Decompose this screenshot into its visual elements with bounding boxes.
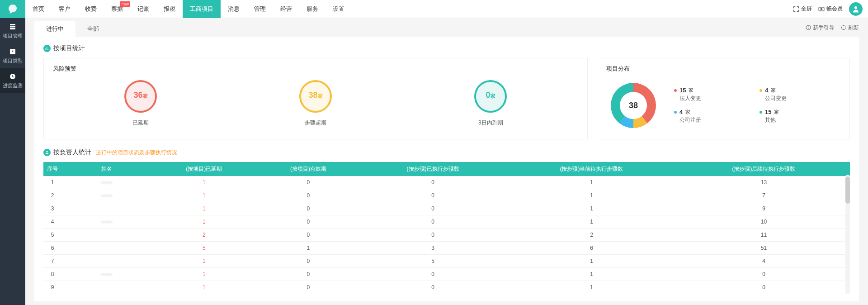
svg-rect-8: [46, 48, 46, 50]
refresh-button[interactable]: 刷新: [841, 24, 859, 32]
legend-label: 公司注册: [674, 116, 755, 124]
member-label: 畅会员: [826, 5, 843, 13]
play-icon: [818, 6, 825, 12]
section-person-title-text: 按负责人统计: [53, 148, 91, 157]
nav-item-0[interactable]: 首页: [25, 0, 52, 18]
nav-item-9[interactable]: 经营: [273, 0, 299, 18]
cell-done: 0: [360, 202, 505, 215]
svg-point-1: [854, 6, 857, 9]
legend-count: 15: [765, 109, 771, 115]
main-content: 进行中全部 新手引导 刷新 按项目统计: [25, 18, 868, 305]
refresh-icon: [841, 25, 846, 30]
sidebar-item-0[interactable]: 项目管理: [0, 18, 25, 43]
legend-item-3[interactable]: 15家其他: [760, 109, 840, 124]
cell-future: 9: [678, 202, 850, 215]
col-header: (按步骤)后续待执行步骤数: [678, 162, 850, 176]
cell-current: 1: [505, 176, 678, 189]
table-row[interactable]: 710514: [43, 255, 850, 268]
sidebar-label: 项目类型: [0, 57, 25, 64]
cell-valid: 0: [256, 268, 361, 281]
legend-dot: [760, 89, 762, 92]
nav-item-2[interactable]: 收费: [78, 0, 104, 18]
guide-icon: [806, 25, 811, 30]
col-header: (按项目)有效期: [256, 162, 361, 176]
member-button[interactable]: 畅会员: [818, 5, 843, 13]
cell-idx: 9: [43, 281, 61, 294]
cell-future: 4: [678, 255, 850, 268]
ring-icon: 36家: [123, 78, 159, 114]
nav-item-4[interactable]: 记账: [130, 0, 156, 18]
cell-valid: 0: [256, 215, 361, 229]
cell-current: 2: [505, 229, 678, 242]
fullscreen-button[interactable]: 全屏: [793, 5, 812, 13]
top-nav: 首页客户收费票据new记账报税工商项目消息管理经营服务设置: [25, 0, 352, 18]
sidebar-icon-2: [9, 72, 17, 81]
tab-0[interactable]: 进行中: [34, 21, 75, 37]
table-row[interactable]: 2——10017: [43, 189, 850, 202]
table-row[interactable]: 8——10010: [43, 268, 850, 281]
table-row[interactable]: 310019: [43, 202, 850, 215]
risk-label: 步骤超期: [297, 119, 334, 127]
risk-circle-2[interactable]: 0家3日内到期: [472, 78, 509, 127]
tab-actions: 新手引导 刷新: [806, 24, 859, 32]
cell-done: 0: [360, 229, 505, 242]
cell-delayed: 1: [152, 281, 256, 294]
cell-current: 1: [505, 255, 678, 268]
section-person-subtitle: 进行中的项目状态及步骤执行情况: [96, 149, 177, 157]
risk-circle-0[interactable]: 36家已延期: [123, 78, 159, 127]
cell-delayed: 5: [152, 242, 256, 255]
legend-item-1[interactable]: 4家公司变更: [760, 87, 840, 102]
nav-item-6[interactable]: 工商项目: [183, 0, 221, 18]
cell-done: 0: [360, 268, 505, 281]
logo[interactable]: [0, 0, 25, 18]
svg-rect-3: [10, 26, 15, 28]
cell-valid: 0: [256, 229, 361, 242]
cell-delayed: 2: [152, 229, 256, 242]
cell-name: ——: [61, 189, 152, 202]
nav-item-11[interactable]: 设置: [326, 0, 352, 18]
cell-name: [61, 229, 152, 242]
topbar-right: 全屏 畅会员: [793, 2, 868, 16]
nav-item-7[interactable]: 消息: [221, 0, 247, 18]
cell-done: 5: [360, 255, 505, 268]
avatar[interactable]: [849, 2, 863, 16]
risk-label: 已延期: [123, 119, 159, 127]
nav-item-8[interactable]: 管理: [247, 0, 273, 18]
cell-delayed: 1: [152, 202, 256, 215]
risk-circle-1[interactable]: 38家步骤超期: [297, 78, 334, 127]
cell-idx: 2: [43, 189, 61, 202]
table-row[interactable]: 1——100113: [43, 176, 850, 189]
table-row[interactable]: 6513651: [43, 242, 850, 255]
legend-item-2[interactable]: 4家公司注册: [674, 109, 755, 124]
stats-icon: [43, 45, 51, 52]
guide-button[interactable]: 新手引导: [806, 24, 835, 32]
cell-valid: 0: [256, 202, 361, 215]
cell-current: 1: [505, 202, 678, 215]
legend-unit: 家: [774, 109, 779, 115]
nav-item-1[interactable]: 客户: [52, 0, 78, 18]
legend-label: 法人变更: [674, 95, 755, 102]
legend-dot: [760, 111, 762, 114]
legend-dot: [674, 89, 677, 92]
cell-delayed: 1: [152, 176, 256, 189]
nav-item-3[interactable]: 票据new: [104, 0, 130, 18]
legend-unit: 家: [685, 109, 690, 115]
cell-idx: 7: [43, 255, 61, 268]
sidebar-item-1[interactable]: 项目类型: [0, 43, 25, 68]
table-row[interactable]: 5200211: [43, 229, 850, 242]
logo-icon: [7, 4, 18, 14]
sidebar-item-2[interactable]: 进度监测: [0, 68, 25, 93]
legend-item-0[interactable]: 15家法人变更: [674, 87, 755, 102]
tab-1[interactable]: 全部: [75, 21, 111, 37]
badge-new: new: [120, 1, 130, 7]
scrollbar-thumb[interactable]: [845, 176, 850, 204]
svg-point-20: [46, 151, 47, 152]
nav-item-10[interactable]: 服务: [299, 0, 326, 18]
person-icon: [43, 149, 51, 156]
table-row[interactable]: 910010: [43, 281, 850, 294]
section-project-title-text: 按项目统计: [53, 44, 85, 52]
table-row[interactable]: 4——100110: [43, 215, 850, 229]
ring-icon: 38家: [297, 78, 334, 114]
nav-item-5[interactable]: 报税: [156, 0, 183, 18]
legend-count: 4: [765, 87, 768, 94]
